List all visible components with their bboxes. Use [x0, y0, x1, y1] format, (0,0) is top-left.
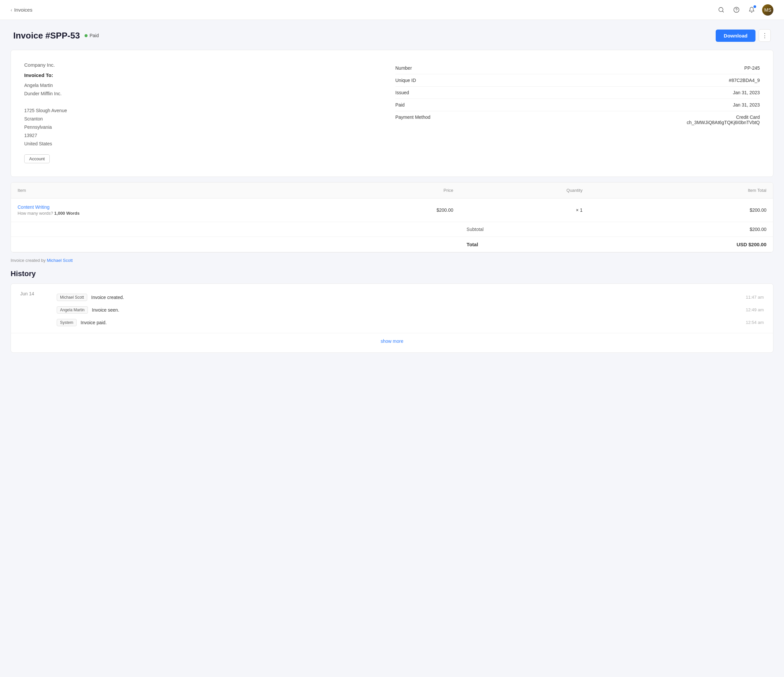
history-date-group: Jun 14 Michael Scott Invoice created. 11…	[20, 291, 764, 329]
status-dot-icon	[85, 34, 87, 37]
uid-value: #87C2BDA4_9	[729, 78, 760, 83]
list-item: Angela Martin Invoice seen. 12:49 am	[57, 304, 764, 316]
status-badge: Paid	[85, 33, 99, 38]
company-name: Company Inc.	[24, 62, 389, 68]
list-item: System Invoice paid. 12:54 am	[57, 316, 764, 329]
item-name-cell: Content Writing How many words? 1,000 Wo…	[11, 198, 332, 222]
col-price-header: Price	[332, 183, 460, 198]
history-action-3: Invoice paid.	[81, 320, 107, 325]
history-title: History	[11, 270, 773, 278]
actor-badge-3: System	[57, 319, 76, 326]
recipient-name: Angela Martin	[24, 81, 389, 90]
invoiced-to-label: Invoiced To:	[24, 72, 389, 78]
item-desc-prefix: How many words?	[17, 211, 53, 216]
paid-value: Jan 31, 2023	[733, 102, 760, 108]
invoice-info-grid: Company Inc. Invoiced To: Angela Martin …	[24, 62, 760, 163]
page-title: Invoice #SPP-53	[13, 31, 80, 41]
download-button[interactable]: Download	[716, 30, 756, 42]
item-total-cell: $200.00	[589, 198, 773, 222]
actor-badge-1: Michael Scott	[57, 294, 87, 301]
total-row: Total USD $200.00	[11, 237, 773, 252]
history-entry-main-3: System Invoice paid.	[57, 319, 741, 326]
back-chevron-icon: ‹	[11, 7, 12, 12]
subtotal-value: $200.00	[589, 222, 773, 237]
svg-line-1	[722, 11, 723, 12]
header-actions: Download ⋮	[716, 29, 771, 42]
address-state: Pennsylvania	[24, 123, 389, 131]
notification-badge	[753, 5, 757, 9]
items-table-header: Item Price Quantity Item Total	[11, 183, 773, 198]
address-zip: 13927	[24, 131, 389, 140]
search-button[interactable]	[716, 5, 726, 15]
help-button[interactable]	[732, 5, 741, 15]
address-city: Scranton	[24, 115, 389, 123]
subtotal-label: Subtotal	[460, 222, 590, 237]
status-label: Paid	[90, 33, 99, 38]
back-label: Invoices	[14, 7, 33, 12]
items-table-body: Content Writing How many words? 1,000 Wo…	[11, 198, 773, 252]
detail-row-number: Number PP-245	[395, 62, 760, 74]
history-action-1: Invoice created.	[91, 295, 124, 300]
item-desc-value: 1,000 Words	[54, 211, 79, 216]
more-options-button[interactable]: ⋮	[759, 29, 771, 42]
number-value: PP-245	[744, 66, 760, 71]
item-price-cell: $200.00	[332, 198, 460, 222]
back-button[interactable]: ‹ Invoices	[11, 7, 33, 12]
recipient-company: Dunder Mifflin Inc.	[24, 90, 389, 98]
top-nav: ‹ Invoices MS	[0, 0, 784, 20]
payment-method-value-area: Credit Card ch_3MWJiQ8At6gTQKj6I0bnTVbtQ	[687, 114, 760, 125]
issued-value: Jan 31, 2023	[733, 90, 760, 95]
number-label: Number	[395, 66, 412, 71]
detail-row-uid: Unique ID #87C2BDA4_9	[395, 74, 760, 87]
avatar-initials: MS	[764, 7, 772, 12]
history-action-2: Invoice seen.	[92, 307, 120, 313]
history-entries: Michael Scott Invoice created. 11:47 am …	[57, 291, 764, 329]
total-label: Total	[460, 237, 590, 252]
payment-method-label: Payment Method	[395, 114, 431, 120]
detail-row-issued: Issued Jan 31, 2023	[395, 87, 760, 99]
address-line1: 1725 Slough Avenue	[24, 106, 389, 115]
title-area: Invoice #SPP-53 Paid	[13, 31, 99, 41]
history-time-2: 12:49 am	[746, 307, 764, 312]
invoice-right-col: Number PP-245 Unique ID #87C2BDA4_9 Issu…	[395, 62, 760, 163]
history-entry-main-2: Angela Martin Invoice seen.	[57, 306, 741, 314]
history-time-3: 12:54 am	[746, 320, 764, 325]
col-total-header: Item Total	[589, 183, 773, 198]
detail-row-payment-method: Payment Method Credit Card ch_3MWJiQ8At6…	[395, 111, 760, 128]
items-table-card: Item Price Quantity Item Total Content W…	[11, 182, 773, 253]
account-tag[interactable]: Account	[24, 154, 50, 163]
uid-label: Unique ID	[395, 78, 416, 83]
show-more-button[interactable]: show more	[11, 333, 773, 349]
item-description: How many words? 1,000 Words	[17, 211, 325, 216]
creator-link[interactable]: Michael Scott	[47, 258, 73, 263]
col-item-header: Item	[11, 183, 332, 198]
payment-charge-id[interactable]: ch_3MWJiQ8At6gTQKj6I0bnTVbtQ	[687, 120, 760, 125]
total-value: USD $200.00	[589, 237, 773, 252]
col-quantity-header: Quantity	[460, 183, 590, 198]
history-entry-main-1: Michael Scott Invoice created.	[57, 294, 741, 301]
actor-badge-2: Angela Martin	[57, 306, 88, 314]
history-group: Jun 14 Michael Scott Invoice created. 11…	[11, 287, 773, 333]
address-block: Angela Martin Dunder Mifflin Inc. 1725 S…	[24, 81, 389, 148]
notifications-button[interactable]	[747, 5, 756, 15]
items-table: Item Price Quantity Item Total Content W…	[11, 183, 773, 252]
paid-label: Paid	[395, 102, 404, 108]
history-card: Jun 14 Michael Scott Invoice created. 11…	[11, 284, 773, 353]
item-name-link[interactable]: Content Writing	[17, 204, 325, 210]
history-date: Jun 14	[20, 291, 47, 296]
payment-method-name: Credit Card	[687, 114, 760, 120]
footer-prefix: Invoice created by	[11, 258, 46, 263]
address-country: United States	[24, 140, 389, 148]
detail-row-paid: Paid Jan 31, 2023	[395, 99, 760, 111]
list-item: Michael Scott Invoice created. 11:47 am	[57, 291, 764, 304]
issued-label: Issued	[395, 90, 409, 95]
history-section: History Jun 14 Michael Scott Invoice cre…	[11, 270, 773, 353]
invoice-info-card: Company Inc. Invoiced To: Angela Martin …	[11, 50, 773, 177]
avatar[interactable]: MS	[762, 4, 773, 16]
ellipsis-icon: ⋮	[762, 32, 768, 39]
item-quantity-cell: × 1	[460, 198, 590, 222]
history-time-1: 11:47 am	[746, 295, 764, 300]
nav-right: MS	[716, 4, 773, 16]
subtotal-row: Subtotal $200.00	[11, 222, 773, 237]
table-row: Content Writing How many words? 1,000 Wo…	[11, 198, 773, 222]
